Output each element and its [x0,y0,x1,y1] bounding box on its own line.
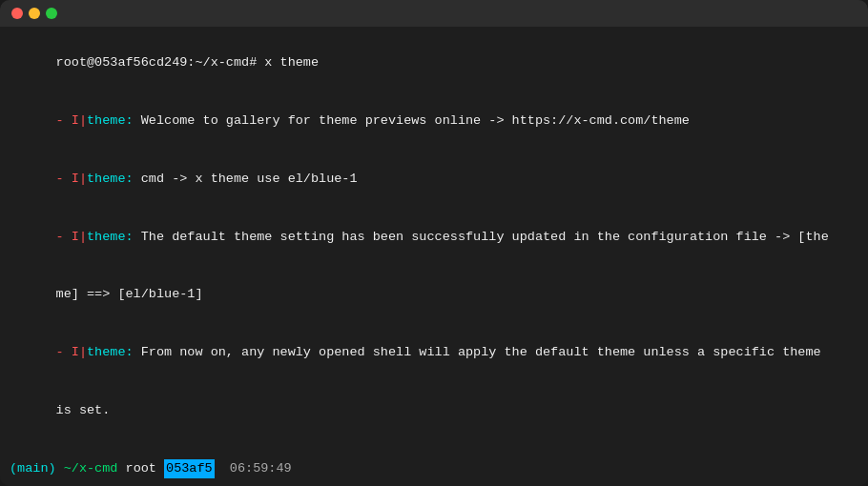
output-line-2: - I|theme: cmd -> x theme use el/blue-1 [10,151,858,209]
close-button[interactable] [11,8,23,19]
output-line-4a: - I|theme: From now on, any newly opened… [10,324,858,382]
maximize-button[interactable] [46,8,57,19]
output-line-3b: me] ==> [el/blue-1] [10,266,858,324]
output-line-3a: - I|theme: The default theme setting has… [10,208,858,266]
prompt-2: (main) ~/x-cmd root 053af5 06:59:49 [10,459,858,478]
prompt-user-host: root@053af56cd249:~/x-cmd# [56,55,258,70]
minimize-button[interactable] [29,8,40,19]
output-line-4b: is set. [10,382,858,440]
initial-prompt: root@053af56cd249:~/x-cmd# x theme [10,34,858,92]
titlebar [0,0,868,27]
traffic-lights [11,8,57,19]
terminal-body[interactable]: root@053af56cd249:~/x-cmd# x theme - I|t… [0,27,868,486]
cmd-2: # x theme current [10,478,858,486]
blank-1 [10,439,858,458]
terminal-window: root@053af56cd249:~/x-cmd# x theme - I|t… [0,0,868,486]
prompt-cmd: x theme [257,55,319,70]
output-line-1: - I|theme: Welcome to gallery for theme … [10,92,858,151]
